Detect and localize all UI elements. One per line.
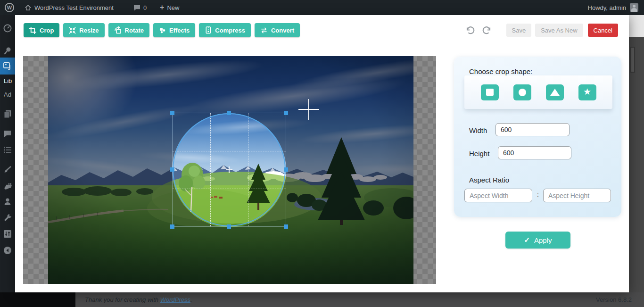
crop-options-panel: Choose crop shape: ★ Width Height Aspect… — [454, 57, 621, 217]
crop-selection[interactable] — [172, 113, 286, 227]
site-name-menu[interactable]: WordPress Test Environment — [25, 4, 114, 11]
comments-count: 0 — [143, 4, 147, 11]
convert-icon — [260, 27, 268, 34]
site-name-label: WordPress Test Environment — [34, 4, 114, 11]
sidebar-item-appearance[interactable] — [3, 165, 12, 174]
width-label: Width — [469, 126, 487, 134]
wrench-icon — [3, 213, 12, 223]
compress-tool-button[interactable]: Compress — [199, 23, 251, 37]
new-content-menu[interactable]: + New — [160, 4, 179, 11]
sidebar-item-users[interactable] — [3, 197, 12, 207]
convert-tool-button[interactable]: Convert — [255, 23, 300, 37]
height-input[interactable] — [498, 146, 571, 159]
effects-tool-button[interactable]: Effects — [153, 23, 195, 37]
comment-bubble-icon — [133, 5, 140, 11]
ratio-separator: : — [534, 191, 542, 198]
sidebar-item-plugins[interactable] — [3, 182, 12, 191]
list-icon — [3, 145, 12, 155]
editor-toolbar: Crop Resize Rotate Effects Compress Conv… — [15, 15, 629, 45]
width-input[interactable] — [495, 123, 570, 136]
howdy-account-menu[interactable]: Howdy, admin — [588, 4, 626, 11]
image-editor-modal: Crop Resize Rotate Effects Compress Conv… — [15, 15, 629, 292]
redo-icon — [482, 25, 492, 35]
crop-shape-square-button[interactable] — [481, 84, 499, 100]
redo-button[interactable] — [482, 25, 492, 35]
sidebar-item-media-add-new[interactable]: Ad — [4, 91, 11, 98]
media-icon — [3, 61, 12, 71]
collapse-arrow-icon — [3, 246, 12, 255]
crop-handle-ne[interactable] — [284, 111, 288, 115]
sidebar-item-media-active[interactable] — [0, 58, 15, 75]
compress-zip-icon — [205, 26, 212, 34]
dimmed-sidebar-area — [0, 292, 75, 307]
undo-icon — [465, 25, 475, 35]
sidebar-item-settings[interactable] — [3, 229, 12, 239]
comments-icon — [3, 130, 12, 138]
save-as-new-button[interactable]: Save As New — [535, 24, 583, 37]
square-icon — [486, 89, 494, 96]
sidebar-item-dashboard[interactable] — [3, 24, 12, 33]
page-scrollbar-thumb — [630, 47, 635, 73]
wordpress-link[interactable]: WordPress — [160, 296, 190, 303]
apply-label: Apply — [534, 236, 552, 244]
resize-tool-button[interactable]: Resize — [63, 23, 104, 37]
crop-tool-button[interactable]: Crop — [24, 23, 59, 37]
aspect-height-input[interactable] — [543, 189, 611, 202]
save-button[interactable]: Save — [506, 24, 532, 37]
crop-handle-se[interactable] — [284, 224, 288, 229]
resize-icon — [69, 27, 76, 34]
rotate-tool-button[interactable]: Rotate — [108, 23, 149, 37]
plus-icon: + — [160, 4, 164, 11]
screen: W WordPress Test Environment 0 + New How… — [0, 0, 644, 307]
height-label: Height — [469, 149, 489, 158]
pushpin-icon — [3, 46, 12, 56]
sidebar-item-media-library[interactable]: Lib — [4, 77, 12, 84]
admin-footer: Thank you for creating with WordPress. V… — [75, 292, 644, 307]
crop-handle-e[interactable] — [284, 167, 288, 172]
apply-button[interactable]: ✓ Apply — [505, 232, 570, 249]
sidebar-collapse-menu[interactable] — [3, 246, 12, 255]
crop-handle-s[interactable] — [227, 224, 231, 229]
crop-shape-star-button[interactable]: ★ — [578, 84, 596, 100]
crop-handle-w[interactable] — [170, 167, 174, 172]
footer-thanks-text: Thank you for creating with WordPress. — [75, 296, 192, 303]
crop-handle-n[interactable] — [227, 111, 231, 115]
rotate-icon — [114, 26, 122, 34]
crop-handle-nw[interactable] — [170, 111, 174, 115]
crop-handle-sw[interactable] — [170, 224, 174, 229]
footer-version: Version 6.8.2 — [596, 296, 644, 303]
aspect-width-input[interactable] — [464, 189, 532, 202]
effects-icon — [159, 27, 166, 34]
dimmed-page-area-right-top — [629, 15, 644, 37]
comments-menu[interactable]: 0 — [133, 4, 147, 11]
paintbrush-icon — [3, 165, 12, 174]
sidebar-item-menu-list[interactable] — [3, 145, 12, 155]
crop-shape-triangle-button[interactable] — [546, 84, 564, 100]
aspect-ratio-label: Aspect Ratio — [469, 176, 509, 184]
sidebar-item-posts[interactable] — [3, 46, 12, 56]
circle-icon — [519, 89, 526, 96]
sidebar-item-pages[interactable] — [3, 109, 12, 119]
check-icon: ✓ — [524, 236, 530, 244]
editing-canvas[interactable] — [23, 56, 436, 284]
triangle-icon — [550, 89, 560, 96]
crop-shape-circle-button[interactable] — [513, 84, 531, 100]
wordpress-logo-icon[interactable]: W — [5, 3, 14, 12]
sidebar-item-comments[interactable] — [3, 130, 12, 139]
crop-shape-title: Choose crop shape: — [469, 67, 532, 75]
undo-button[interactable] — [465, 25, 475, 35]
crop-icon — [29, 27, 36, 34]
admin-sidebar: Lib Ad — [0, 15, 15, 292]
plug-icon — [3, 182, 12, 191]
crop-shape-card: ★ — [464, 75, 612, 109]
pages-icon — [3, 109, 12, 119]
new-label: New — [167, 4, 179, 11]
sidebar-item-tools[interactable] — [3, 213, 12, 223]
home-icon — [25, 4, 32, 11]
star-icon: ★ — [583, 87, 591, 96]
cancel-button[interactable]: Cancel — [588, 24, 618, 37]
user-avatar[interactable] — [630, 3, 638, 12]
dashboard-icon — [3, 24, 12, 33]
user-icon — [3, 197, 12, 207]
sliders-icon — [3, 229, 12, 239]
